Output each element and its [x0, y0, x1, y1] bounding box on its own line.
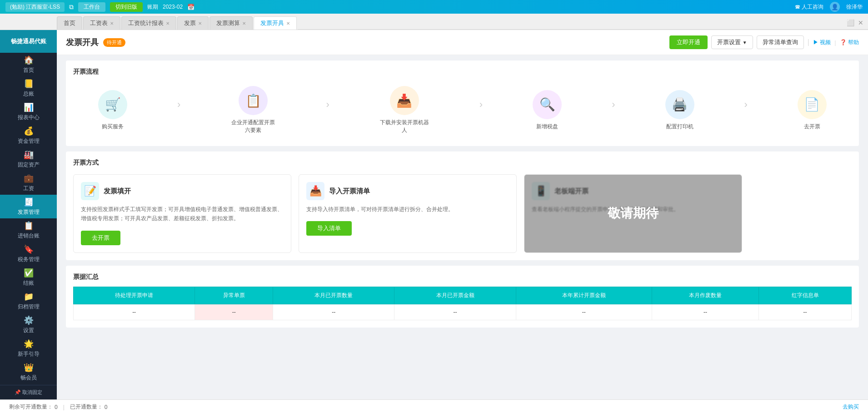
import-list-icon: 📥: [309, 185, 322, 197]
arrow-5: ›: [744, 99, 748, 121]
process-step-6: 📄 去开票: [798, 90, 827, 131]
chevron-down-icon: ▼: [743, 40, 747, 45]
sidebar-item-home[interactable]: 🏠 首页: [0, 53, 57, 76]
tab-home[interactable]: 首页: [57, 16, 82, 30]
sidebar-item-guide[interactable]: 🌟 新手引导: [0, 337, 57, 360]
remaining-value: 0: [55, 404, 58, 410]
issue-invoice-icon: 📄: [804, 97, 820, 112]
method-title: 开票方式: [73, 159, 852, 167]
sidebar-item-ledger[interactable]: 📒 总账: [0, 76, 57, 100]
service-btn[interactable]: ☎ 人工咨询: [795, 3, 823, 11]
sidebar-item-assets[interactable]: 🏭 固定资产: [0, 147, 57, 171]
tab-close-salary[interactable]: ✕: [110, 21, 114, 26]
help-icon: ❓: [840, 39, 847, 45]
purchase-icon: 📋: [24, 221, 34, 231]
tab-close-invoice-issue[interactable]: ✕: [286, 21, 290, 26]
tab-invoice-calc[interactable]: 发票测算 ✕: [210, 16, 253, 30]
ledger-icon: 📒: [24, 79, 34, 89]
process-title: 开票流程: [73, 68, 852, 76]
copy-icon: ⧉: [69, 3, 74, 11]
sidebar-item-salary[interactable]: 💼 工资: [0, 171, 57, 195]
method-card-fill: 📝 发票填开 支持按照发票样式手工填写开发票；可开具增值税电子普通发票、增值税普…: [73, 174, 291, 253]
col-void-qty: 本月作废数量: [652, 287, 758, 304]
go-issue-btn[interactable]: 去开票: [81, 231, 120, 245]
home-icon: 🏠: [24, 55, 34, 65]
tab-close-invoice[interactable]: ✕: [198, 21, 202, 26]
video-link[interactable]: ▶ 视频: [813, 39, 831, 46]
tab-invoice[interactable]: 发票 ✕: [177, 16, 209, 30]
sidebar-item-settings[interactable]: ⚙️ 设置: [0, 313, 57, 337]
process-step-2: 📋 企业开通配置开票六要素: [230, 86, 276, 134]
calendar-icon[interactable]: 📅: [187, 4, 195, 10]
arrow-4: ›: [612, 99, 615, 121]
process-step-5: 🖨️ 配置打印机: [665, 90, 694, 131]
overlay-text: 敬请期待: [608, 205, 658, 222]
process-label-1: 购买服务: [102, 123, 124, 131]
sidebar-item-tax[interactable]: 🔖 税务管理: [0, 242, 57, 266]
user-name[interactable]: 徐泽华: [846, 3, 863, 11]
process-step-3: 📥 下载并安装开票机器人: [379, 86, 429, 134]
abnormal-query-btn[interactable]: 异常清单查询: [757, 35, 804, 49]
guide-icon: 🌟: [24, 339, 34, 349]
col-year-amt: 本年累计开票金额: [516, 287, 652, 304]
archive-icon: 📁: [24, 292, 34, 302]
tab-close-invoice-calc[interactable]: ✕: [242, 21, 246, 26]
buy-service-icon: 🛒: [105, 97, 121, 112]
sidebar-item-invoice[interactable]: 🧾 发票管理: [0, 195, 57, 218]
sidebar-item-purchase[interactable]: 📋 进销台账: [0, 218, 57, 242]
arrow-2: ›: [326, 99, 329, 121]
arrow-1: ›: [177, 99, 180, 121]
method-card-import: 📥 导入开票清单 支持导入待开票清单，可对待开票清单进行拆分、合并处理。 导入清…: [299, 174, 517, 253]
pin-toggle-btn[interactable]: 📌 取消固定: [4, 389, 53, 396]
tab-close-salary-stats[interactable]: ✕: [166, 21, 170, 26]
tab-salary-stats[interactable]: 工资统计报表 ✕: [121, 16, 176, 30]
sidebar-item-close[interactable]: ✅ 结账: [0, 266, 57, 289]
col-month-amt: 本月已开票金额: [394, 287, 516, 304]
process-label-4: 新增税盘: [536, 123, 558, 131]
period-value[interactable]: 2023-02: [163, 4, 183, 10]
download-icon: 📥: [396, 93, 412, 108]
card1-title: 发票填开: [104, 187, 131, 196]
sidebar-item-reports[interactable]: 📊 报表中心: [0, 100, 57, 124]
tab-close-all-icon[interactable]: ✕: [858, 19, 863, 26]
status-badge: 待开通: [103, 38, 125, 47]
open-now-btn[interactable]: 立即开通: [669, 35, 708, 49]
process-step-1: 🛒 购买服务: [98, 90, 127, 131]
summary-title: 票据汇总: [73, 273, 852, 281]
opened-label: 已开通数量：: [70, 403, 103, 411]
summary-row: -- -- -- -- -- -- --: [74, 304, 852, 320]
switch-old-btn[interactable]: 切到旧版: [110, 2, 143, 12]
divider1: |: [808, 38, 809, 46]
open-settings-btn[interactable]: 开票设置 ▼: [711, 35, 753, 49]
process-step-4: 🔍 新增税盘: [533, 90, 562, 131]
vip-icon: 👑: [24, 363, 34, 373]
help-link[interactable]: ❓ 帮助: [840, 39, 859, 46]
card2-desc: 支持导入待开票清单，可对待开票清单进行拆分、合并处理。: [306, 205, 509, 214]
sidebar-item-vip[interactable]: 👑 畅会员: [0, 360, 57, 384]
tab-restore-icon[interactable]: ⬜: [847, 19, 854, 26]
tab-salary[interactable]: 工资表 ✕: [83, 16, 120, 30]
workspace-btn[interactable]: 工作台: [78, 2, 105, 12]
tax-icon: 🔖: [24, 244, 34, 254]
settings-icon: ⚙️: [24, 315, 34, 325]
sidebar-item-archive[interactable]: 📁 归档管理: [0, 289, 57, 313]
company-selector[interactable]: (勉励) 江西服室-LSS: [5, 2, 65, 12]
import-list-btn[interactable]: 导入清单: [306, 221, 352, 236]
config-icon: 📋: [245, 93, 261, 108]
tax-disk-icon: 🔍: [539, 97, 555, 112]
sidebar-item-funds[interactable]: 💰 资金管理: [0, 124, 57, 147]
user-avatar: 👤: [830, 2, 840, 12]
page-title: 发票开具: [66, 37, 99, 48]
remaining-label: 剩余可开通数量：: [9, 403, 53, 411]
col-red-info: 红字信息单: [759, 287, 852, 304]
go-buy-link[interactable]: 去购买: [843, 403, 859, 411]
process-label-3: 下载并安装开票机器人: [379, 119, 429, 134]
process-label-5: 配置打印机: [666, 123, 693, 131]
tab-invoice-issue[interactable]: 发票开具 ✕: [254, 16, 297, 30]
process-label-2: 企业开通配置开票六要素: [230, 119, 276, 134]
arrow-3: ›: [479, 99, 483, 121]
col-abnormal: 异常单票: [195, 287, 273, 304]
period-label: 账期: [147, 3, 158, 11]
pin-icon: 📌: [15, 389, 21, 395]
card2-title: 导入开票清单: [329, 187, 370, 196]
